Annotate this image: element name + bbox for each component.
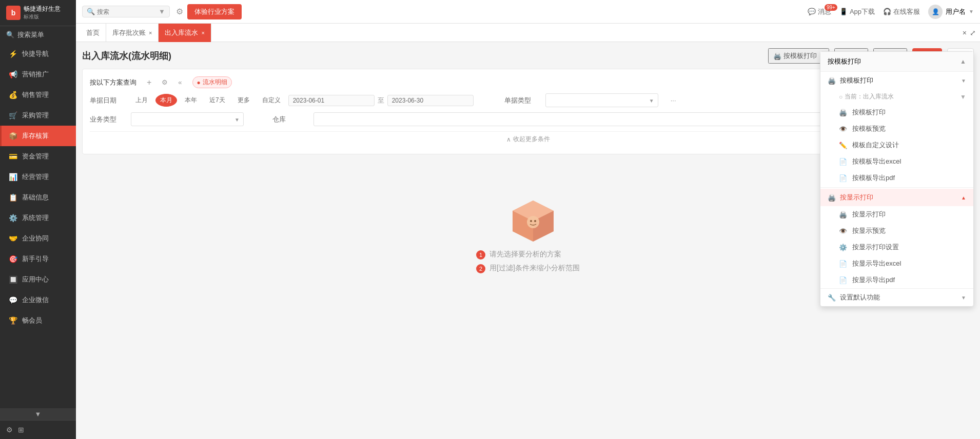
search-icon: 🔍 — [6, 31, 14, 38]
sidebar-item-system[interactable]: ⚙️ 系统管理 — [0, 208, 76, 228]
print-icon: 🖨️ — [773, 52, 781, 60]
display-pdf-icon: 📄 — [839, 276, 847, 284]
display-print-settings-item[interactable]: ⚙️ 按显示打印设置 — [820, 239, 973, 255]
biz-type-select[interactable] — [131, 112, 244, 126]
sidebar-item-purchase[interactable]: 🛒 采购管理 — [0, 105, 76, 126]
tab-batch-account[interactable]: 库存批次账 × — [106, 24, 159, 42]
template-print-item[interactable]: 🖨️ 按模板打印 — [820, 104, 973, 121]
window-close-button[interactable]: × — [963, 29, 967, 37]
date-from-input[interactable] — [288, 95, 375, 106]
tab-home[interactable]: 首页 — [80, 24, 106, 42]
settings-icon[interactable]: ⚙ — [6, 426, 13, 434]
download-icon: 📱 — [839, 8, 848, 15]
template-excel-item[interactable]: 📄 按模板导出excel — [820, 153, 973, 170]
sidebar-search[interactable]: 🔍 搜索菜单 — [0, 26, 76, 44]
date-btn-last-month[interactable]: 上月 — [131, 94, 152, 107]
date-btn-custom[interactable]: 自定义 — [258, 94, 285, 107]
template-preview-item[interactable]: 👁️ 按模板预览 — [820, 121, 973, 137]
sidebar-item-guide[interactable]: 🎯 新手引导 — [0, 249, 76, 269]
sidebar-item-label: 新手引导 — [22, 254, 49, 264]
marketing-icon: 📢 — [8, 69, 18, 79]
topbar-gear-icon[interactable]: ⚙ — [176, 7, 183, 16]
sidebar-item-operations[interactable]: 📊 经营管理 — [0, 167, 76, 187]
system-icon: ⚙️ — [8, 213, 18, 223]
date-to-input[interactable] — [387, 95, 474, 106]
type-filter-more-icon[interactable]: ··· — [671, 96, 676, 104]
date-btn-this-month[interactable]: 本月 — [155, 94, 177, 107]
set-default-button[interactable]: 🔧 设置默认功能 ▼ — [820, 288, 973, 306]
template-preview-icon: 👁️ — [839, 125, 847, 133]
tab-inout-flow[interactable]: 出入库流水 × — [159, 24, 211, 42]
sidebar-item-label: 系统管理 — [22, 213, 49, 223]
sidebar-item-app-center[interactable]: 🔲 应用中心 — [0, 269, 76, 290]
scroll-down-icon: ▼ — [35, 410, 42, 418]
display-excel-item[interactable]: 📄 按显示导出excel — [820, 255, 973, 272]
window-maximize-button[interactable]: ⤢ — [970, 29, 976, 37]
print-dropdown-collapse-icon[interactable]: ▲ — [960, 58, 966, 65]
tab-inout-flow-close[interactable]: × — [201, 30, 204, 36]
sidebar-item-member[interactable]: 🏆 畅会员 — [0, 310, 76, 331]
template-print-item-label: 按模板打印 — [852, 108, 886, 117]
date-btn-more[interactable]: 更多 — [233, 94, 254, 107]
date-btn-7days[interactable]: 近7天 — [205, 94, 230, 107]
search-dropdown-icon[interactable]: ▼ — [159, 8, 165, 15]
sidebar-item-quick-nav[interactable]: ⚡ 快捷导航 — [0, 44, 76, 64]
filter-collapse-icon[interactable]: « — [178, 78, 182, 86]
warehouse-label: 仓库 — [272, 115, 303, 124]
app-logo: b 畅捷通好生意 标准版 — [0, 0, 76, 26]
collapse-label: 收起更多条件 — [513, 135, 550, 144]
app-download-label: App下载 — [850, 7, 875, 16]
topbar-search-box[interactable]: 🔍 ▼ — [82, 6, 170, 17]
filter-tag-detail[interactable]: ● 流水明细 — [192, 76, 232, 88]
display-pdf-item[interactable]: 📄 按显示导出pdf — [820, 272, 973, 288]
step-number-1: 1 — [476, 250, 485, 260]
sidebar-item-inventory[interactable]: 📦 库存核算 — [0, 126, 76, 146]
template-print-section-header[interactable]: 🖨️ 按模板打印 ▼ — [820, 72, 973, 89]
template-pdf-item[interactable]: 📄 按模板导出pdf — [820, 170, 973, 186]
sidebar-item-label: 经营管理 — [22, 172, 49, 182]
biz-type-wrapper — [131, 112, 244, 126]
date-btn-this-year[interactable]: 本年 — [180, 94, 202, 107]
display-preview-item[interactable]: 👁️ 按显示预览 — [820, 223, 973, 239]
user-menu[interactable]: 👤 用户名 ▼ — [928, 5, 974, 19]
display-print-item-label: 按显示打印 — [852, 210, 886, 219]
display-print-section-header[interactable]: 🖨️ 按显示打印 ▲ — [820, 189, 973, 206]
fold-icon[interactable]: ⊞ — [18, 426, 24, 434]
empty-steps: 1 请先选择要分析的方案 2 用[过滤]条件来缩小分析范围 — [476, 250, 580, 277]
template-design-item[interactable]: ✏️ 模板自定义设计 — [820, 137, 973, 153]
display-preview-icon: 👁️ — [839, 227, 847, 235]
sidebar-item-wechat[interactable]: 💬 企业微信 — [0, 290, 76, 310]
display-print-item[interactable]: 🖨️ 按显示打印 — [820, 206, 973, 223]
step-2-label: 用[过滤]条件来缩小分析范围 — [489, 264, 580, 273]
display-settings-icon: ⚙️ — [839, 244, 847, 251]
template-design-label: 模板自定义设计 — [852, 141, 899, 150]
template-preview-label: 按模板预览 — [852, 124, 886, 133]
sidebar-scroll-down[interactable]: ▼ — [0, 408, 76, 420]
sidebar-item-basic-info[interactable]: 📋 基础信息 — [0, 187, 76, 208]
template-print-icon: 🖨️ — [828, 77, 836, 85]
biz-type-label: 业务类型 — [90, 115, 121, 124]
topbar-search-input[interactable] — [97, 8, 159, 15]
filter-tag-icon: ● — [197, 79, 201, 86]
sidebar-nav: ⚡ 快捷导航 📢 营销推广 💰 销售管理 🛒 采购管理 📦 库存核算 💳 资金管… — [0, 44, 76, 408]
sidebar-item-marketing[interactable]: 📢 营销推广 — [0, 64, 76, 85]
tab-batch-account-close[interactable]: × — [149, 30, 152, 36]
message-button[interactable]: 💬 消息 99+ — [808, 7, 831, 16]
app-download-button[interactable]: 📱 App下载 — [839, 7, 875, 16]
inventory-icon: 📦 — [8, 131, 18, 141]
sidebar-item-finance[interactable]: 💳 资金管理 — [0, 146, 76, 167]
svg-point-6 — [534, 220, 536, 222]
industry-solution-button[interactable]: 体验行业方案 — [187, 4, 242, 19]
filter-add-button[interactable]: + — [147, 78, 151, 87]
sidebar-item-enterprise[interactable]: 🤝 企业协同 — [0, 228, 76, 249]
basic-info-icon: 📋 — [8, 192, 18, 203]
sidebar-item-sales[interactable]: 💰 销售管理 — [0, 85, 76, 105]
sidebar-item-label: 销售管理 — [22, 90, 49, 99]
app-badge: 标准版 — [24, 13, 61, 21]
type-filter-select[interactable] — [545, 93, 658, 107]
online-service-button[interactable]: 🎧 在线客服 — [883, 7, 920, 16]
purchase-icon: 🛒 — [8, 110, 18, 121]
set-default-icon: 🔧 — [828, 294, 836, 302]
filter-gear-icon[interactable]: ⚙ — [162, 78, 168, 86]
display-print-icon: 🖨️ — [828, 194, 836, 202]
